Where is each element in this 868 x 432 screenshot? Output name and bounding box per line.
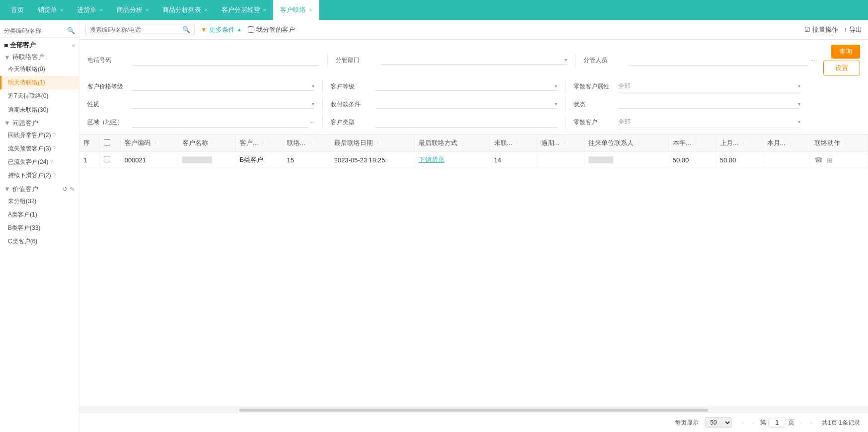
sidebar-item-c-class[interactable]: C类客户(6) bbox=[0, 235, 79, 248]
export-btn[interactable]: ↑ 导出 bbox=[844, 25, 863, 34]
filter-input-region[interactable] bbox=[132, 117, 307, 128]
batch-op-btn[interactable]: ☑ 批量操作 bbox=[804, 25, 838, 34]
search-input[interactable] bbox=[90, 26, 182, 33]
filter-select-customer-level[interactable]: ▾ bbox=[375, 82, 558, 91]
close-icon[interactable]: × bbox=[263, 7, 266, 13]
filter-select-department[interactable]: ▾ bbox=[380, 56, 568, 65]
sidebar-item-overdue[interactable]: 逾期未联络(30) bbox=[0, 103, 79, 117]
table-header-row: 序 客户编码 ⋮ 客户名称 ⋮ 客户... ⋮ 联络... ⋮ 最后联络日期 ⋮… bbox=[79, 135, 868, 152]
more-conditions-btn[interactable]: ▼ 更多条件 ▲ bbox=[201, 25, 242, 34]
edit-icon[interactable]: ✎ bbox=[70, 185, 75, 193]
col-resize-icon: ⋮ bbox=[562, 141, 567, 146]
col-resize-icon: ⋮ bbox=[460, 141, 465, 146]
sidebar-collapse-icon[interactable]: « bbox=[72, 42, 75, 48]
close-icon[interactable]: × bbox=[204, 7, 207, 13]
col-action: 联络动作 ⋮ bbox=[810, 135, 868, 152]
cell-this-year: 50.00 bbox=[668, 152, 716, 168]
last-page-btn[interactable]: » bbox=[806, 418, 816, 428]
col-seq: 序 bbox=[79, 135, 100, 152]
sidebar-item-today[interactable]: 今天待联络(0) bbox=[0, 63, 79, 76]
sidebar-search-bar: 🔍 bbox=[0, 24, 79, 38]
chevron-down-icon: ▾ bbox=[555, 101, 557, 107]
sidebar-item-tomorrow[interactable]: 明天待联络(1) bbox=[0, 76, 79, 89]
chevron-up-icon: ▲ bbox=[237, 27, 242, 32]
search-bar-right: ☑ 批量操作 ↑ 导出 bbox=[804, 25, 863, 34]
last-contact-method-link[interactable]: 下销货单 bbox=[419, 156, 444, 163]
col-last-month: 上月... ⋮ bbox=[716, 135, 763, 152]
customer-table: 序 客户编码 ⋮ 客户名称 ⋮ 客户... ⋮ 联络... ⋮ 最后联络日期 ⋮… bbox=[79, 135, 868, 168]
close-icon[interactable]: × bbox=[145, 7, 148, 13]
search-icon[interactable]: 🔍 bbox=[182, 26, 190, 33]
filter-field-customer-level: 客户等级 ▾ bbox=[331, 82, 558, 91]
nav-home[interactable]: 首页 bbox=[4, 0, 31, 20]
close-icon[interactable]: × bbox=[99, 7, 102, 13]
col-last-contact-method: 最后联络方式 ⋮ bbox=[414, 135, 490, 152]
nav-tab-purchaseorder[interactable]: 进货单 × bbox=[70, 0, 109, 20]
filter-label-price-level: 客户价格等级 bbox=[87, 82, 132, 91]
filter-select-retail-customer[interactable]: 全部 ▾ bbox=[618, 116, 800, 128]
refresh-icon[interactable]: ↺ bbox=[62, 185, 68, 193]
filter-select-nature[interactable]: ▾ bbox=[132, 100, 314, 109]
cell-name bbox=[178, 152, 235, 168]
col-uncontacted: 未联... ⋮ bbox=[490, 135, 537, 152]
nav-tab-productanalysislist[interactable]: 商品分析列表 × bbox=[155, 0, 214, 20]
filter-row-2: 客户价格等级 ▾ 客户等级 ▾ 零散客户属性 bbox=[87, 79, 860, 93]
sidebar-item-churned[interactable]: 已流失客户(24) ? bbox=[0, 155, 79, 169]
col-resize-icon: ⋮ bbox=[515, 141, 520, 146]
nav-tab-productanalysis[interactable]: 商品分析 × bbox=[110, 0, 155, 20]
close-icon[interactable]: × bbox=[60, 7, 63, 13]
scrollbar-thumb[interactable] bbox=[239, 409, 708, 412]
filter-more-icon[interactable]: ··· bbox=[810, 57, 815, 64]
filter-separator bbox=[575, 53, 576, 67]
more-action-icon[interactable]: ⊞ bbox=[827, 156, 833, 164]
sidebar-all-customers[interactable]: ■ 全部客户 « bbox=[0, 38, 79, 51]
sidebar-item-abnormal-repurchase[interactable]: 回购异常客户(2) ? bbox=[0, 129, 79, 142]
filter-label-payment: 收付款条件 bbox=[331, 100, 375, 109]
sidebar-item-declining[interactable]: 持续下滑客户(2) ? bbox=[0, 169, 79, 182]
pagination: « ‹ 第 页 › » bbox=[738, 418, 816, 428]
nav-tab-salesorder[interactable]: 销货单 × bbox=[31, 0, 70, 20]
sidebar-item-7days[interactable]: 近7天待联络(0) bbox=[0, 89, 79, 103]
contact-action-icon[interactable]: ☎ bbox=[814, 156, 823, 164]
first-page-btn[interactable]: « bbox=[738, 418, 747, 428]
filter-more-region-icon[interactable]: ··· bbox=[309, 119, 314, 126]
cell-last-contact-method: 下销货单 bbox=[414, 152, 490, 168]
sidebar-search-icon[interactable]: 🔍 bbox=[67, 27, 75, 34]
filter-input-phone[interactable] bbox=[132, 55, 319, 66]
chevron-down-icon: ▾ bbox=[312, 101, 314, 107]
sidebar-item-a-class[interactable]: A类客户(1) bbox=[0, 208, 79, 221]
page-input[interactable] bbox=[768, 418, 786, 428]
filter-select-payment[interactable]: ▾ bbox=[375, 100, 558, 109]
my-customers-checkbox-label[interactable]: 我分管的客户 bbox=[248, 25, 295, 34]
next-page-btn[interactable]: › bbox=[796, 418, 804, 428]
triangle-icon: ▼ bbox=[4, 185, 10, 193]
filter-select-price-level[interactable]: ▾ bbox=[132, 82, 314, 91]
per-page-select[interactable]: 50 100 200 bbox=[705, 417, 732, 428]
sidebar-group-problem: ▼ 问题客户 bbox=[0, 117, 79, 129]
table-footer: 每页显示 50 100 200 « ‹ 第 页 › » 共1页 1条记录 bbox=[79, 413, 868, 432]
sidebar-search-input[interactable] bbox=[4, 27, 65, 34]
filter-select-status[interactable]: ▾ bbox=[618, 100, 800, 109]
sidebar-item-churn-warning[interactable]: 流失预警客户(3) ? bbox=[0, 142, 79, 155]
filter-input-manager[interactable] bbox=[628, 55, 808, 66]
prev-page-btn[interactable]: ‹ bbox=[749, 418, 757, 428]
chevron-down-icon: ▾ bbox=[312, 83, 314, 89]
close-icon[interactable]: × bbox=[309, 7, 312, 13]
settings-button[interactable]: 设置 bbox=[823, 61, 860, 75]
row-checkbox[interactable] bbox=[104, 156, 110, 162]
sidebar-item-ungrouped[interactable]: 未分组(32) bbox=[0, 195, 79, 208]
filter-input-customer-type[interactable] bbox=[375, 117, 558, 128]
my-customers-checkbox[interactable] bbox=[248, 26, 254, 33]
sidebar-item-b-class[interactable]: B类客户(33) bbox=[0, 221, 79, 235]
col-checkbox bbox=[100, 135, 120, 152]
nav-tab-customerlayer[interactable]: 客户分层经营 × bbox=[215, 0, 273, 20]
col-resize-icon: ⋮ bbox=[741, 141, 746, 146]
nav-tab-customercontact[interactable]: 客户联络 × bbox=[273, 0, 319, 20]
all-customers-label: ■ 全部客户 bbox=[4, 41, 36, 50]
query-button[interactable]: 查询 bbox=[831, 45, 860, 59]
filter-select-retail-attr[interactable]: 全部 ▾ bbox=[618, 80, 800, 92]
page-label: 第 bbox=[760, 418, 766, 427]
select-all-checkbox[interactable] bbox=[104, 139, 110, 145]
cell-last-month: 50.00 bbox=[716, 152, 763, 168]
sidebar-group-value: ▼ 价值客户 ↺ ✎ bbox=[0, 183, 79, 195]
